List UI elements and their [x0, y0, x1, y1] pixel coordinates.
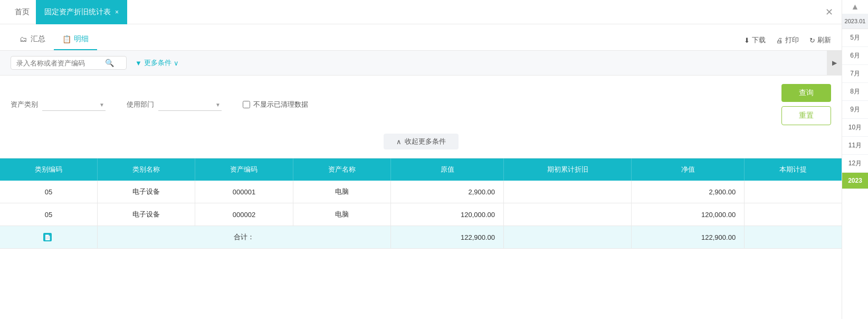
month-11[interactable]: 11月 — [842, 137, 868, 155]
month-12[interactable]: 12月 — [842, 155, 868, 173]
cell-code-1: 05 — [0, 181, 97, 203]
collapse-label: 收起更多条件 — [405, 137, 446, 146]
filter-arrow-icon: ∨ — [174, 59, 179, 67]
cell-net-2: 120,000.00 — [632, 203, 745, 226]
month-9[interactable]: 9月 — [842, 101, 868, 119]
department-select-wrap: ▼ — [158, 98, 222, 111]
tab-detail[interactable]: 📋 明细 — [54, 34, 97, 50]
cell-accumulated-1 — [504, 181, 632, 203]
col-header-asset-code: 资产编码 — [195, 158, 293, 181]
print-icon: 🖨 — [776, 36, 783, 44]
table-wrap: 类别编码 类别名称 资产编码 资产名称 原值 期初累计折旧 净值 本期计提 05… — [0, 158, 842, 319]
tab-actions: ⬇ 下载 🖨 打印 ↻ 刷新 — [744, 35, 831, 45]
summary-label: 合计： — [97, 226, 390, 249]
home-tab[interactable]: 首页 — [8, 7, 36, 17]
cell-asset-name-2: 电脑 — [293, 203, 390, 226]
top-nav: 首页 固定资产折旧统计表 × ✕ — [0, 0, 842, 24]
summary-row: 📄 合计： 122,900.00 122,900.00 — [0, 226, 842, 249]
search-icon: 🔍 — [105, 59, 114, 67]
search-input-wrap: 🔍 — [11, 56, 127, 70]
year-badge[interactable]: 2023 — [842, 173, 868, 189]
nav-arrow-btn[interactable]: ▶ — [827, 51, 842, 75]
sub-tab-bar: 🗂 汇总 📋 明细 ⬇ 下载 🖨 打印 ↻ 刷新 — [0, 24, 842, 51]
hide-cleared-checkbox[interactable] — [243, 101, 250, 108]
cell-asset-code-1: 000001 — [195, 181, 293, 203]
asset-type-field: 资产类别 ▼ — [11, 98, 106, 111]
hide-cleared-label: 不显示已清理数据 — [253, 100, 308, 109]
summary-net: 122,900.00 — [632, 226, 745, 249]
hide-cleared-field: 不显示已清理数据 — [243, 100, 308, 109]
summary-icon-cell: 📄 — [0, 226, 97, 249]
filter-row-1: 资产类别 ▼ 使用部门 ▼ 不显示已清理数 — [11, 84, 831, 125]
summary-current — [745, 226, 842, 249]
department-field: 使用部门 ▼ — [127, 98, 222, 111]
print-label: 打印 — [785, 35, 799, 45]
collapse-btn[interactable]: ∧ 收起更多条件 — [384, 134, 459, 149]
month-6[interactable]: 6月 — [842, 47, 868, 65]
more-filter-btn[interactable]: ▼ 更多条件 ∨ — [135, 58, 179, 68]
cell-original-2: 120,000.00 — [391, 203, 504, 226]
col-header-original: 原值 — [391, 158, 504, 181]
department-select[interactable] — [158, 98, 222, 111]
action-buttons: 查询 重置 — [781, 84, 831, 125]
detail-icon: 📋 — [62, 35, 71, 43]
cell-original-1: 2,900.00 — [391, 181, 504, 203]
reset-button[interactable]: 重置 — [781, 106, 831, 125]
month-7[interactable]: 7月 — [842, 65, 868, 83]
cell-asset-name-1: 电脑 — [293, 181, 390, 203]
summary-icon: 📄 — [43, 233, 52, 241]
filter-label: 更多条件 — [144, 58, 171, 68]
month-10[interactable]: 10月 — [842, 119, 868, 137]
refresh-icon: ↻ — [809, 36, 815, 44]
cell-net-1: 2,900.00 — [632, 181, 745, 203]
refresh-btn[interactable]: ↻ 刷新 — [809, 35, 831, 45]
query-button[interactable]: 查询 — [781, 84, 831, 102]
tab-summary[interactable]: 🗂 汇总 — [11, 34, 54, 50]
filter-panel: 资产类别 ▼ 使用部门 ▼ 不显示已清理数 — [0, 76, 842, 158]
cell-current-2 — [745, 203, 842, 226]
search-input[interactable] — [16, 59, 101, 67]
tab-title: 固定资产折旧统计表 — [44, 7, 111, 17]
print-btn[interactable]: 🖨 打印 — [776, 35, 799, 45]
cell-asset-code-2: 000002 — [195, 203, 293, 226]
summary-icon: 🗂 — [19, 35, 27, 43]
tab-detail-label: 明细 — [74, 34, 89, 44]
filter-icon: ▼ — [135, 59, 142, 67]
right-sidebar: ▲ 2023.01 5月 6月 7月 8月 9月 10月 11月 12月 202… — [842, 0, 868, 319]
table-row[interactable]: 05 电子设备 000002 电脑 120,000.00 120,000.00 — [0, 203, 842, 226]
col-header-accumulated: 期初累计折旧 — [504, 158, 632, 181]
download-icon: ⬇ — [744, 36, 750, 44]
asset-table: 类别编码 类别名称 资产编码 资产名称 原值 期初累计折旧 净值 本期计提 05… — [0, 158, 842, 249]
table-header-row: 类别编码 类别名称 资产编码 资产名称 原值 期初累计折旧 净值 本期计提 — [0, 158, 842, 181]
asset-type-select[interactable] — [42, 98, 106, 111]
asset-type-label: 资产类别 — [11, 100, 38, 109]
window-close-btn[interactable]: ✕ — [825, 6, 833, 18]
download-label: 下载 — [752, 35, 766, 45]
col-header-current: 本期计提 — [745, 158, 842, 181]
col-header-category: 类别名称 — [97, 158, 195, 181]
collapse-icon: ∧ — [396, 138, 402, 146]
month-8[interactable]: 8月 — [842, 83, 868, 101]
table-row[interactable]: 05 电子设备 000001 电脑 2,900.00 2,900.00 — [0, 181, 842, 203]
month-5[interactable]: 5月 — [842, 29, 868, 47]
tab-summary-label: 汇总 — [31, 34, 45, 44]
active-tab[interactable]: 固定资产折旧统计表 × — [36, 0, 127, 24]
cell-current-1 — [745, 181, 842, 203]
col-header-asset-name: 资产名称 — [293, 158, 390, 181]
col-header-code: 类别编码 — [0, 158, 97, 181]
cell-category-1: 电子设备 — [97, 181, 195, 203]
cell-accumulated-2 — [504, 203, 632, 226]
tab-close-btn[interactable]: × — [115, 8, 119, 16]
scroll-up-btn[interactable]: ▲ — [842, 0, 868, 14]
download-btn[interactable]: ⬇ 下载 — [744, 35, 766, 45]
department-label: 使用部门 — [127, 100, 154, 109]
search-bar: 🔍 ▼ 更多条件 ∨ ▶ — [0, 51, 842, 76]
summary-accumulated — [504, 226, 632, 249]
asset-type-select-wrap: ▼ — [42, 98, 106, 111]
cell-category-2: 电子设备 — [97, 203, 195, 226]
col-header-net: 净值 — [632, 158, 745, 181]
summary-original: 122,900.00 — [391, 226, 504, 249]
refresh-label: 刷新 — [817, 35, 831, 45]
date-header: 2023.01 — [842, 14, 868, 29]
cell-code-2: 05 — [0, 203, 97, 226]
